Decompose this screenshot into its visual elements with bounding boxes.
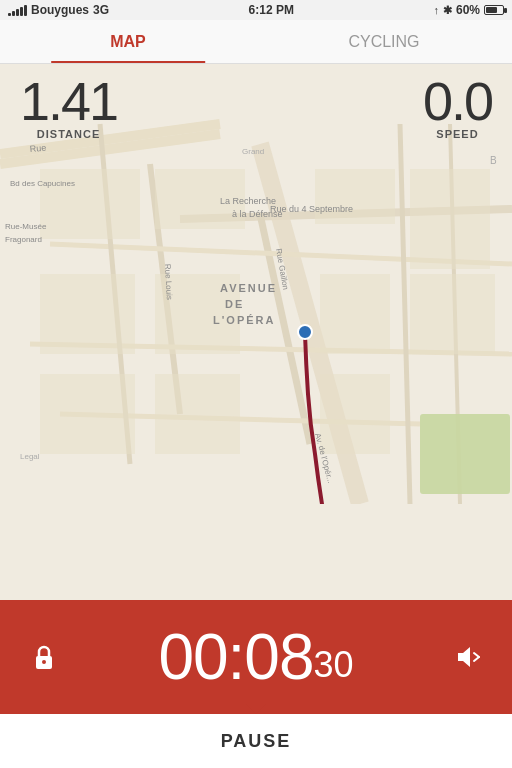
svg-text:B: B [490,155,497,166]
status-bar: Bouygues 3G 6:12 PM ↑ ✱ 60% [0,0,512,20]
svg-text:Rue Louis: Rue Louis [163,264,174,300]
pause-button[interactable]: PAUSE [0,714,512,768]
svg-rect-19 [320,274,390,354]
svg-rect-16 [410,169,490,269]
svg-text:Grand: Grand [242,147,264,156]
tab-cycling[interactable]: CYCLING [256,20,512,63]
bottom-panel: 00:08 30 PAUSE [0,600,512,768]
timer-main: 00:08 [158,625,313,689]
svg-rect-17 [40,274,135,354]
time-display: 6:12 PM [249,3,294,17]
svg-text:DE: DE [225,298,244,310]
svg-rect-20 [410,274,495,354]
tab-map[interactable]: MAP [0,20,256,63]
battery-label: 60% [456,3,480,17]
status-right: ↑ ✱ 60% [433,3,504,17]
signal-bars [8,4,27,16]
svg-text:Bd des Capucines: Bd des Capucines [10,179,75,188]
svg-text:Fragonard: Fragonard [5,235,42,244]
carrier-label: Bouygues [31,3,89,17]
svg-text:Rue: Rue [29,143,46,154]
pause-label: PAUSE [221,731,292,752]
svg-point-43 [42,660,46,664]
svg-rect-22 [155,374,240,454]
svg-text:Legal: Legal [20,452,40,461]
svg-rect-24 [420,414,510,494]
bluetooth-icon: ✱ [443,4,452,17]
svg-line-46 [474,657,479,661]
network-label: 3G [93,3,109,17]
timer-display: 00:08 30 [158,625,353,689]
speaker-icon[interactable] [448,637,488,677]
svg-text:L'OPÉRA: L'OPÉRA [213,314,275,326]
svg-text:La Recherche: La Recherche [220,196,276,206]
svg-rect-15 [315,169,395,224]
svg-marker-44 [458,647,470,667]
battery-icon [484,5,504,15]
svg-text:AVENUE: AVENUE [220,282,277,294]
status-left: Bouygues 3G [8,3,109,17]
svg-text:à la Défense: à la Défense [232,209,283,219]
timer-row: 00:08 30 [0,600,512,714]
svg-rect-23 [320,374,390,454]
timer-seconds: 30 [314,647,354,683]
svg-point-41 [298,325,312,339]
location-icon: ↑ [433,4,439,16]
svg-rect-21 [40,374,135,454]
map-area: Rue Bd des Capucines Rue-Musée Fragonard… [0,64,512,504]
map-background: Rue Bd des Capucines Rue-Musée Fragonard… [0,64,512,504]
tab-bar: MAP CYCLING [0,20,512,64]
lock-icon[interactable] [24,637,64,677]
svg-text:Rue-Musée: Rue-Musée [5,222,47,231]
